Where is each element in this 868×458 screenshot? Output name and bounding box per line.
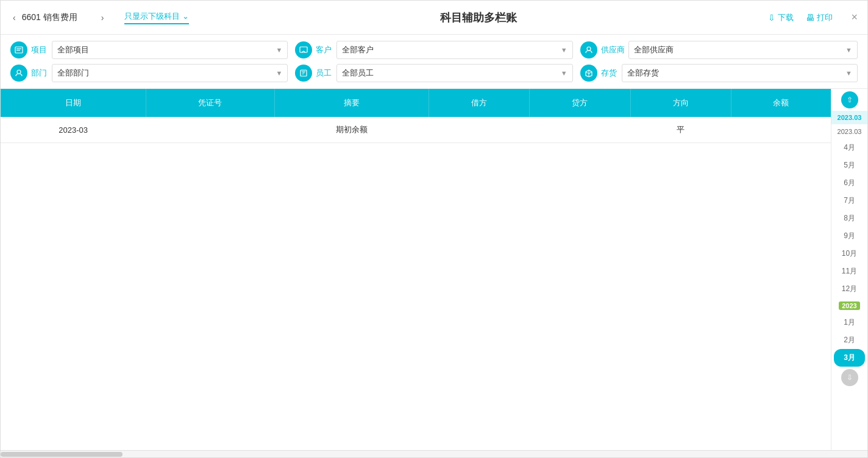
main-window: ‹ 6601 销售费用 › 只显示下级科目 ⌄ 科目辅助多栏账 ⇩ 下载 🖶 打… [0, 0, 868, 458]
filter-bar: 项目 全部项目 ▼ 客户 全部客户 ▼ [1, 35, 867, 89]
filter-row-2: 部门 全部部门 ▼ 员工 全部员工 ▼ [10, 64, 858, 82]
employee-select-arrow-icon: ▼ [561, 69, 567, 77]
project-select-value: 全部项目 [57, 44, 276, 55]
download-icon: ⇩ [768, 13, 775, 23]
col-date: 日期 [1, 89, 146, 117]
supplier-select-value: 全部供应商 [634, 44, 845, 55]
month-item-2[interactable]: 2月 [831, 331, 867, 349]
download-label: 下载 [778, 12, 794, 23]
filter-customer: 客户 全部客户 ▼ [295, 41, 572, 59]
cell-direction: 平 [630, 117, 731, 143]
account-code-label: 6601 销售费用 [22, 12, 95, 23]
department-select[interactable]: 全部部门 ▼ [52, 64, 288, 82]
customer-select-arrow-icon: ▼ [561, 46, 567, 54]
project-label: 项目 [31, 44, 48, 55]
nav-next-button[interactable]: › [99, 12, 107, 24]
inventory-label: 存货 [601, 68, 618, 79]
customer-icon [295, 41, 312, 58]
main-content: 日期 凭证号 摘要 借方 贷方 方向 余额 2023-03 期初余额 [1, 89, 867, 450]
title-bar: ‹ 6601 销售费用 › 只显示下级科目 ⌄ 科目辅助多栏账 ⇩ 下载 🖶 打… [1, 1, 867, 35]
show-sub-label: 只显示下级科目 [124, 11, 180, 22]
inventory-select[interactable]: 全部存货 ▼ [622, 64, 858, 82]
panel-scroll-down-button[interactable]: ⇩ [841, 369, 858, 386]
customer-label: 客户 [316, 44, 333, 55]
col-voucher: 凭证号 [146, 89, 274, 117]
filter-project: 项目 全部项目 ▼ [10, 41, 288, 59]
filter-employee: 员工 全部员工 ▼ [295, 64, 572, 82]
department-select-arrow-icon: ▼ [276, 69, 282, 77]
cell-summary: 期初余额 [274, 117, 429, 143]
month-item-11[interactable]: 11月 [831, 262, 867, 280]
customer-select-value: 全部客户 [342, 44, 560, 55]
month-item-12[interactable]: 12月 [831, 280, 867, 298]
department-select-value: 全部部门 [57, 68, 276, 79]
col-debit: 借方 [429, 89, 529, 117]
month-item-5[interactable]: 5月 [831, 157, 867, 174]
supplier-label: 供应商 [601, 44, 625, 55]
employee-icon [295, 65, 312, 82]
table-area[interactable]: 日期 凭证号 摘要 借方 贷方 方向 余额 2023-03 期初余额 [1, 89, 831, 450]
employee-label: 员工 [316, 68, 333, 79]
col-direction: 方向 [630, 89, 731, 117]
supplier-icon [580, 41, 597, 58]
cell-credit [530, 117, 630, 143]
svg-rect-7 [302, 71, 305, 72]
horizontal-scrollbar[interactable] [1, 450, 867, 457]
table-row[interactable]: 2023-03 期初余额 平 [1, 117, 831, 143]
scrollbar-thumb[interactable] [1, 452, 123, 457]
toolbar-right: ⇩ 下载 🖶 打印 × [768, 11, 858, 24]
month-item-6[interactable]: 6月 [831, 174, 867, 192]
col-balance: 余额 [731, 89, 831, 117]
month-item-2023-03-second[interactable]: 2023.03 [831, 124, 867, 139]
right-panel: ⇧ 2023.03 2023.03 4月 5月 6月 7月 8月 [831, 89, 867, 450]
cell-debit [429, 117, 529, 143]
month-item-1[interactable]: 1月 [831, 314, 867, 331]
account-nav: ‹ 6601 销售费用 › [10, 12, 106, 24]
svg-point-4 [587, 47, 591, 51]
department-icon [10, 65, 27, 82]
month-item-3-active[interactable]: 3月 [834, 349, 865, 367]
cell-date: 2023-03 [1, 117, 146, 143]
supplier-select[interactable]: 全部供应商 ▼ [628, 41, 858, 59]
selected-period-top[interactable]: 2023.03 [831, 111, 867, 124]
page-title: 科目辅助多栏账 [189, 10, 768, 25]
nav-prev-button[interactable]: ‹ [10, 12, 18, 24]
show-sub-arrow-icon: ⌄ [182, 12, 189, 21]
filter-supplier: 供应商 全部供应商 ▼ [580, 41, 858, 59]
data-table: 日期 凭证号 摘要 借方 贷方 方向 余额 2023-03 期初余额 [1, 89, 831, 143]
filter-department: 部门 全部部门 ▼ [10, 64, 288, 82]
print-button[interactable]: 🖶 打印 [806, 12, 833, 23]
show-sub-button[interactable]: 只显示下级科目 ⌄ [124, 11, 189, 24]
project-icon [10, 41, 27, 58]
month-item-8[interactable]: 8月 [831, 210, 867, 227]
col-credit: 贷方 [530, 89, 630, 117]
month-item-4[interactable]: 4月 [831, 139, 867, 157]
project-select-arrow-icon: ▼ [276, 46, 282, 54]
month-item-9[interactable]: 9月 [831, 227, 867, 245]
inventory-select-arrow-icon: ▼ [845, 69, 852, 77]
supplier-select-arrow-icon: ▼ [845, 46, 852, 54]
month-item-10[interactable]: 10月 [831, 245, 867, 262]
department-label: 部门 [31, 68, 48, 79]
year-badge: 2023 [831, 298, 867, 314]
cell-voucher [146, 117, 274, 143]
customer-select[interactable]: 全部客户 ▼ [336, 41, 572, 59]
filter-inventory: 存货 全部存货 ▼ [580, 64, 858, 82]
col-summary: 摘要 [274, 89, 429, 117]
employee-select[interactable]: 全部员工 ▼ [336, 64, 572, 82]
print-icon: 🖶 [806, 13, 814, 23]
employee-select-value: 全部员工 [342, 68, 560, 79]
inventory-icon [580, 65, 597, 82]
project-select[interactable]: 全部项目 ▼ [52, 41, 288, 59]
svg-point-5 [17, 70, 21, 74]
download-button[interactable]: ⇩ 下载 [768, 12, 794, 23]
year-label: 2023 [839, 301, 859, 310]
table-header-row: 日期 凭证号 摘要 借方 贷方 方向 余额 [1, 89, 831, 117]
close-button[interactable]: × [851, 11, 858, 24]
filter-row-1: 项目 全部项目 ▼ 客户 全部客户 ▼ [10, 41, 858, 59]
print-label: 打印 [817, 12, 833, 23]
cell-balance [731, 117, 831, 143]
month-item-7[interactable]: 7月 [831, 192, 867, 210]
inventory-select-value: 全部存货 [627, 68, 845, 79]
panel-scroll-up-button[interactable]: ⇧ [841, 91, 858, 108]
